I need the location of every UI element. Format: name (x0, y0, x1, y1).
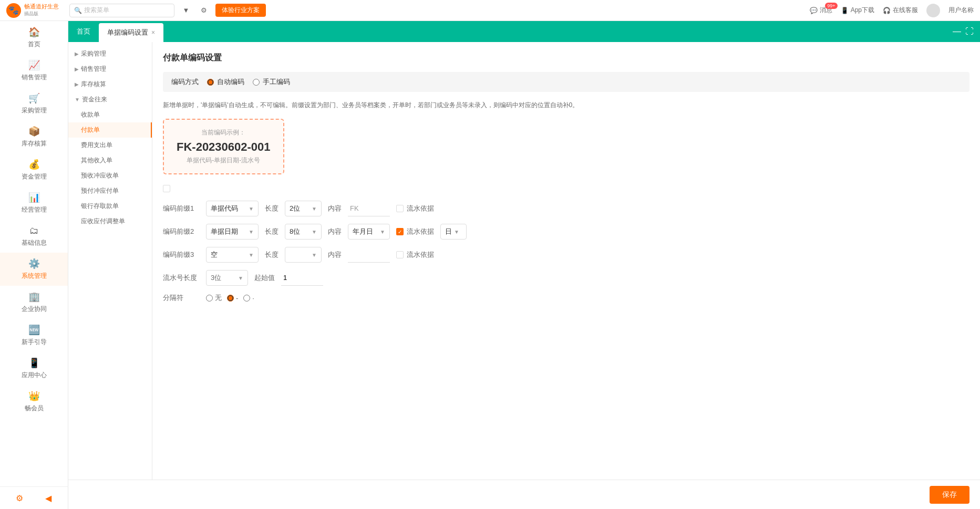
prefix2-day-select[interactable]: 日 ▼ (440, 224, 467, 240)
auto-encode-radio[interactable] (207, 79, 214, 86)
separator-dot-radio[interactable] (243, 295, 250, 302)
left-nav-inventory[interactable]: ▶ 库存核算 (68, 77, 152, 92)
sidebar-item-enterprise[interactable]: 🏢 企业协同 (0, 286, 68, 319)
inventory-icon: 📦 (28, 126, 40, 137)
encode-method-row: 编码方式 自动编码 手工编码 (163, 72, 969, 92)
system-icon: ⚙️ (28, 258, 40, 269)
start-value-input[interactable] (281, 270, 323, 286)
left-nav-item-advance-receipt[interactable]: 预收冲应收单 (68, 168, 152, 183)
tab-maximize-icon[interactable]: ⛶ (965, 27, 974, 36)
left-nav-capital[interactable]: ▼ 资金往来 (68, 92, 152, 107)
sales-icon: 📈 (28, 59, 40, 71)
online-service-btn[interactable]: 🎧 在线客服 (883, 6, 918, 15)
prefix2-length-label: 长度 (265, 227, 278, 236)
prefix3-row: 编码前缀3 空 ▼ 长度 ▼ 内容 流水依据 (163, 247, 969, 263)
tab-minimize-icon[interactable]: — (953, 27, 961, 36)
dropdown-arrow[interactable]: ▼ (180, 4, 192, 17)
prefix3-length-select[interactable]: ▼ (285, 247, 322, 263)
message-btn[interactable]: 💬 消息 99+ (810, 6, 832, 15)
sidebar-item-inventory[interactable]: 📦 库存核算 (0, 120, 68, 153)
page-content: ▶ 采购管理 ▶ 销售管理 ▶ 库存核算 (68, 42, 980, 480)
user-name: 用户名称 (948, 6, 974, 15)
prefix3-serial-check: 流水依据 (396, 250, 434, 259)
app-download-btn[interactable]: 📱 App下载 (841, 6, 874, 15)
top-bar: 🐾 畅通道好生意 插品版 🔍 搜索菜单 ▼ ⚙ 体验行业方案 💬 消息 99+ … (0, 0, 980, 21)
prefix2-arrow: ▼ (249, 229, 254, 235)
separator-dash-radio[interactable] (227, 295, 234, 302)
expand-arrow-inventory: ▶ (75, 81, 79, 87)
separator-dash-label[interactable]: - (227, 294, 238, 302)
sidebar-bottom: ⚙ ◀ (0, 486, 68, 509)
left-nav-item-other-income[interactable]: 其他收入单 (68, 153, 152, 168)
prefix2-content-select[interactable]: 年月日 ▼ (348, 224, 390, 240)
prefix1-label: 编码前缀1 (163, 204, 200, 213)
auto-fill-checkbox[interactable] (163, 185, 170, 192)
avatar[interactable] (926, 4, 940, 17)
sidebar-item-operations[interactable]: 📊 经营管理 (0, 186, 68, 220)
prefix1-serial-checkbox[interactable] (396, 205, 404, 212)
serial-length-label: 流水号长度 (163, 273, 200, 283)
serial-length-select[interactable]: 3位 ▼ (206, 270, 248, 286)
prefix3-serial-checkbox[interactable] (396, 251, 404, 258)
sidebar-item-member[interactable]: 👑 畅会员 (0, 385, 68, 418)
sidebar-item-home[interactable]: 🏠 首页 (0, 21, 68, 54)
sidebar-item-system[interactable]: ⚙️ 系统管理 (0, 253, 68, 286)
separator-none-label[interactable]: 无 (206, 293, 222, 303)
prefix2-serial-checkbox[interactable]: ✓ (396, 228, 404, 235)
prefix2-content-label: 内容 (328, 227, 342, 236)
separator-dot-label[interactable]: · (243, 294, 254, 302)
prefix2-serial-check: ✓ 流水依据 (396, 227, 434, 236)
message-badge: 99+ (825, 3, 837, 9)
auto-encode-label[interactable]: 自动编码 (207, 77, 244, 87)
logo-text: 畅通道好生意 插品版 (24, 3, 59, 17)
guide-icon: 🆕 (28, 324, 40, 336)
left-nav-item-receipt[interactable]: 收款单 (68, 107, 152, 122)
sidebar-item-basic[interactable]: 🗂 基础信息 (0, 220, 68, 253)
prefix1-row: 编码前缀1 单据代码 ▼ 长度 2位 ▼ 内容 FK (163, 201, 969, 216)
left-nav-item-adjustment[interactable]: 应收应付调整单 (68, 214, 152, 229)
prefix3-length-arrow: ▼ (312, 252, 317, 258)
experience-btn[interactable]: 体验行业方案 (215, 4, 266, 17)
expand-arrow-sales: ▶ (75, 66, 79, 72)
download-icon: 📱 (841, 7, 849, 14)
gear-icon[interactable]: ⚙ (198, 4, 210, 17)
prefix2-length-arrow: ▼ (312, 229, 317, 235)
enterprise-icon: 🏢 (28, 291, 40, 303)
sidebar-item-guide[interactable]: 🆕 新手引导 (0, 319, 68, 352)
prefix3-length-label: 长度 (265, 250, 278, 259)
separator-none-radio[interactable] (206, 295, 213, 302)
sidebar-item-finance[interactable]: 💰 资金管理 (0, 153, 68, 186)
save-button[interactable]: 保存 (930, 486, 969, 504)
prefix1-length-select[interactable]: 2位 ▼ (285, 201, 322, 216)
search-bar[interactable]: 🔍 搜索菜单 (69, 4, 174, 17)
prefix3-select[interactable]: 空 ▼ (206, 247, 259, 263)
manual-encode-radio[interactable] (253, 79, 260, 86)
left-nav-sales[interactable]: ▶ 销售管理 (68, 61, 152, 77)
left-nav-purchase[interactable]: ▶ 采购管理 (68, 46, 152, 61)
member-icon: 👑 (28, 390, 40, 402)
left-nav: ▶ 采购管理 ▶ 销售管理 ▶ 库存核算 (68, 42, 152, 480)
prefix2-select[interactable]: 单据日期 ▼ (206, 224, 259, 240)
left-nav-item-payment[interactable]: 付款单 (68, 122, 152, 138)
tab-encode-settings[interactable]: 单据编码设置 × (99, 23, 163, 42)
left-nav-item-expense[interactable]: 费用支出单 (68, 138, 152, 153)
left-nav-item-advance-payment[interactable]: 预付冲应付单 (68, 183, 152, 199)
manual-encode-label[interactable]: 手工编码 (253, 77, 290, 87)
prefix3-arrow: ▼ (249, 252, 254, 258)
left-nav-item-bank[interactable]: 银行存取款单 (68, 199, 152, 214)
sidebar-item-app[interactable]: 📱 应用中心 (0, 352, 68, 385)
right-main: 付款单编码设置 编码方式 自动编码 手工编码 新增单据时，'单据编码'自动生成，… (152, 42, 980, 480)
preview-box: 当前编码示例： FK-20230602-001 单据代码-单据日期-流水号 (163, 119, 284, 174)
separator-radio-group: 无 - · (206, 293, 254, 303)
settings-bottom-icon[interactable]: ⚙ (14, 492, 25, 504)
left-nav-group-sales: ▶ 销售管理 (68, 61, 152, 77)
tab-home[interactable]: 首页 (68, 21, 99, 42)
tab-close-icon[interactable]: × (151, 29, 155, 36)
home-icon: 🏠 (28, 26, 40, 38)
prefix1-select[interactable]: 单据代码 ▼ (206, 201, 259, 216)
sidebar-item-purchase[interactable]: 🛒 采购管理 (0, 87, 68, 120)
sidebar-item-sales[interactable]: 📈 销售管理 (0, 54, 68, 87)
prefix2-length-select[interactable]: 8位 ▼ (285, 224, 322, 240)
prefix1-length-label: 长度 (265, 204, 278, 213)
collapse-icon[interactable]: ◀ (43, 492, 54, 504)
